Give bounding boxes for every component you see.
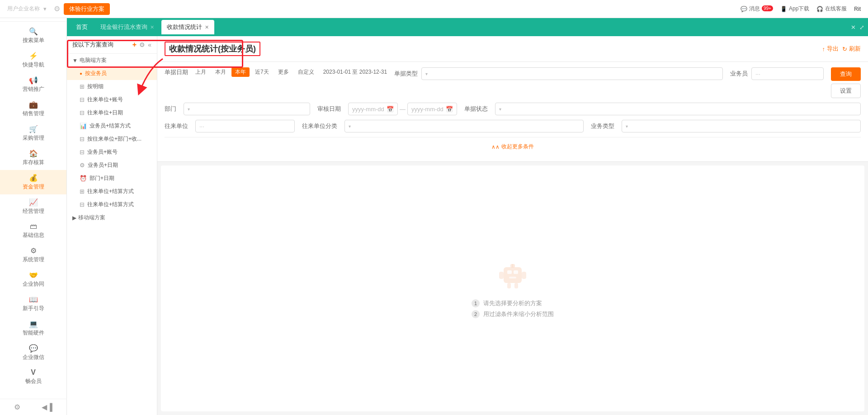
empty-steps: 1 请先选择要分析的方案 2 用过滤条件来缩小分析范围 (472, 299, 554, 321)
review-date-end[interactable]: yyyy-mm-dd 📅 (407, 103, 457, 115)
date-tab-7days[interactable]: 近7天 (251, 67, 273, 77)
scheme-item-dept-date[interactable]: ⏰ 部门+日期 (67, 172, 157, 185)
user-name[interactable]: Rit (854, 6, 861, 12)
sidebar-item-collab-label: 企业协同 (23, 280, 44, 288)
scheme-item-salesperson-date[interactable]: ⚙ 业务员+日期 (67, 159, 157, 172)
sidebar-item-collab[interactable]: 🤝 企业协同 (0, 267, 66, 292)
doctype-label: 单据类型 (394, 70, 418, 78)
scheme-group-pc-header[interactable]: ▼ 电脑端方案 (67, 54, 157, 67)
sidebar-item-member[interactable]: V 畅会员 (0, 365, 66, 389)
messages-btn[interactable]: 💬 消息 99+ (741, 5, 773, 13)
salesperson-select[interactable]: ··· (751, 67, 824, 80)
sidebar-bottom: ⚙ ◀▐ (0, 399, 66, 415)
unit-date-icon: ⊟ (80, 109, 85, 116)
scheme-item-unit-account[interactable]: ⊟ 往来单位+账号 (67, 93, 157, 106)
hardware-icon: 💻 (29, 320, 38, 328)
scheme-item-detail-label: 按明细 (87, 83, 104, 90)
svg-rect-8 (507, 283, 511, 288)
scheme-item-salesperson-settlement[interactable]: 📊 业务员+结算方式 (67, 119, 157, 132)
sidebar-item-shortcut-label: 快捷导航 (23, 61, 44, 69)
review-date-start[interactable]: yyyy-mm-dd 📅 (348, 103, 398, 115)
app-download-btn[interactable]: 📱 App下载 (780, 5, 809, 13)
wechat-icon: 💬 (29, 344, 38, 353)
sidebar-item-operation[interactable]: 📈 经营管理 (0, 194, 66, 219)
scheme-settings-icon[interactable]: ⚙ (139, 41, 145, 48)
filter-row-2: 部门 ▾ 审核日期 yyyy-mm-dd 📅 — yyyy-mm-dd � (165, 103, 861, 115)
sidebar-item-operation-label: 经营管理 (23, 208, 44, 215)
scheme-item-salesperson-account[interactable]: ⊟ 业务员+账号 (67, 146, 157, 159)
refresh-btn[interactable]: ↻ 刷新 (842, 45, 861, 53)
export-btn[interactable]: ↑ 导出 (822, 45, 839, 53)
sidebar-item-sales[interactable]: 💼 销售管理 (0, 97, 66, 121)
date-tab-last-month[interactable]: 上月 (192, 67, 210, 77)
sidebar-item-search[interactable]: 🔍 搜索菜单 (0, 24, 66, 48)
collapse-sidebar-icon[interactable]: ◀▐ (42, 403, 52, 411)
sidebar-item-hardware[interactable]: 💻 智能硬件 (0, 316, 66, 340)
step-num-1: 1 (472, 299, 480, 307)
scheme-item-unit-settlement1-label: 往来单位+结算方式 (87, 188, 134, 195)
scheme-item-by-detail[interactable]: ⊞ 按明细 (67, 80, 157, 93)
sidebar-item-basicinfo[interactable]: 🗃 基础信息 (0, 219, 66, 243)
date-tab-this-month[interactable]: 本月 (212, 67, 230, 77)
tab-cashflow[interactable]: 现金银行流水查询 ✕ (95, 20, 160, 34)
counterparty-type-select[interactable]: ▾ (344, 120, 584, 132)
scheme-item-unit-settlement2[interactable]: ⊟ 往来单位+结算方式 (67, 198, 157, 211)
sidebar-item-marketing[interactable]: 📢 营销推广 (0, 72, 66, 97)
messages-label: 消息 (749, 5, 760, 13)
sidebar-item-search-label: 搜索菜单 (23, 37, 44, 44)
scheme-item-by-salesperson[interactable]: ● 按业务员 (67, 67, 157, 80)
collapse-scheme-icon[interactable]: « (148, 41, 151, 48)
dept-select[interactable]: ▾ (184, 103, 310, 115)
tab-home[interactable]: 首页 (71, 20, 93, 34)
scheme-item-unit-settlement1[interactable]: ⊞ 往来单位+结算方式 (67, 185, 157, 198)
trial-btn[interactable]: 体验行业方案 (64, 3, 110, 15)
right-content: 收款情况统计(按业务员) ↑ 导出 ↻ 刷新 单据日期 (157, 36, 868, 415)
maximize-icon[interactable]: ⤢ (859, 24, 864, 31)
tab-receipts-close[interactable]: ✕ (205, 24, 209, 30)
collapse-btn[interactable]: ∧∧ 收起更多条件 (165, 139, 861, 154)
marketing-icon: 📢 (29, 76, 38, 85)
sidebar-item-wechat[interactable]: 💬 企业微信 (0, 340, 66, 365)
phone-icon: 📱 (780, 6, 787, 12)
tab-receipts[interactable]: 收款情况统计 ✕ (161, 20, 214, 34)
sidebar-item-hardware-label: 智能硬件 (23, 329, 44, 337)
online-service-btn[interactable]: 🎧 在线客服 (816, 5, 847, 13)
dropdown-icon[interactable]: ▾ (43, 5, 47, 12)
export-label: 导出 (827, 45, 839, 53)
scheme-group-mobile-header[interactable]: ▶ 移动端方案 (67, 211, 157, 224)
add-scheme-icon[interactable]: + (132, 41, 137, 49)
sidebar-item-guide[interactable]: 📖 新手引导 (0, 292, 66, 316)
settings-icon[interactable]: ⚙ (54, 5, 60, 13)
close-all-icon[interactable]: ✕ (851, 24, 856, 31)
unit-dept-collect-icon: ⊟ (80, 136, 85, 142)
scheme-item-unit-dept-collect[interactable]: ⊟ 按往来单位+部门+收... (67, 132, 157, 146)
scheme-item-unit-date[interactable]: ⊟ 往来单位+日期 (67, 106, 157, 119)
export-icon: ↑ (822, 46, 826, 52)
operation-icon: 📈 (29, 198, 38, 207)
date-tab-custom[interactable]: 自定义 (294, 67, 318, 77)
date-tab-this-year[interactable]: 本年 (231, 67, 250, 77)
sidebar-item-shortcut[interactable]: ⚡ 快捷导航 (0, 48, 66, 72)
scheme-item-salesperson-settlement-label: 业务员+结算方式 (90, 122, 131, 130)
gear-icon[interactable]: ⚙ (14, 403, 20, 411)
sidebar-item-finance[interactable]: 💰 资金管理 (0, 170, 66, 194)
doctype-arrow: ▾ (425, 71, 428, 76)
inventory-icon: 🏠 (29, 149, 38, 158)
counterparty-label: 往来单位 (165, 122, 188, 130)
query-btn[interactable]: 查询 (831, 67, 861, 81)
scheme-panel-title: 按以下方案查询 (72, 41, 113, 49)
sidebar-item-system[interactable]: ⚙ 系统管理 (0, 243, 66, 267)
doctype-select[interactable]: ▾ (421, 67, 723, 80)
tab-cashflow-close[interactable]: ✕ (150, 24, 154, 30)
scheme-item-unit-date-label: 往来单位+日期 (87, 109, 123, 117)
top-header: 用户企业名称 ▾ ⚙ 体验行业方案 💬 消息 99+ 📱 App下载 🎧 在线客… (0, 0, 868, 18)
sidebar-item-purchase[interactable]: 🛒 采购管理 (0, 121, 66, 146)
message-icon: 💬 (741, 6, 747, 12)
doc-status-select[interactable]: ▾ (495, 103, 861, 115)
biz-type-select[interactable]: ▾ (622, 120, 861, 132)
sidebar-item-inventory[interactable]: 🏠 库存核算 (0, 146, 66, 170)
settings-filter-btn[interactable]: 设置 (831, 84, 861, 98)
date-tab-more[interactable]: 更多 (274, 67, 292, 77)
counterparty-select[interactable]: ··· (195, 120, 295, 132)
salesperson-account-icon: ⊟ (80, 149, 85, 156)
